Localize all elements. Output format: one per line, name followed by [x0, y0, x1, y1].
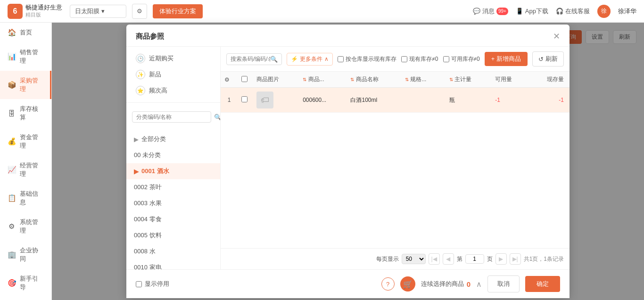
select-all-checkbox[interactable] [241, 76, 248, 82]
next-page-button[interactable]: ▶ [495, 253, 507, 265]
first-page-button[interactable]: |◀ [429, 253, 440, 265]
warehouse-checkbox-label[interactable]: 按仓库显示现有库存 [338, 55, 396, 63]
modal-title: 商品参照 [136, 32, 164, 41]
available-ne0-checkbox[interactable] [401, 56, 407, 62]
usable-ne0-checkbox-label[interactable]: 可用库存≠0 [443, 55, 480, 63]
new-product-item[interactable]: ✨ 新品 [132, 67, 215, 83]
category-0008-label: 0008 水 [134, 247, 156, 256]
right-panel: 🔍 ⚡ 更多条件 ∧ 按仓库显示现有库存 [221, 47, 570, 269]
search-orange-icon: 🔍 [270, 56, 278, 63]
category-search-icon[interactable]: 🔍 [214, 114, 221, 121]
inventory-icon: 🗄 [8, 109, 16, 117]
page-size-select[interactable]: 50 20 100 [402, 254, 426, 264]
app-download-btn[interactable]: 📱 App下载 [516, 7, 548, 16]
row-available: -1 [491, 88, 529, 113]
last-page-button[interactable]: ▶| [510, 253, 521, 265]
product-image: 🏷 [256, 92, 273, 108]
col-code-header[interactable]: ⇅ 商品... [299, 72, 347, 88]
col-spec-header[interactable]: ⇅ 规格... [401, 72, 446, 88]
frequent-item[interactable]: ⭐ 频次高 [132, 83, 215, 99]
table-header-row: ⚙ 商品图片 [221, 72, 570, 88]
sidebar-item-business[interactable]: 📈 经营管理 [0, 156, 51, 184]
experience-button[interactable]: 体验行业方案 [153, 4, 203, 18]
prev-page-button[interactable]: ◀ [443, 253, 454, 265]
chevron-up-icon: ∧ [324, 56, 329, 62]
row-select-checkbox[interactable] [241, 96, 248, 102]
sidebar-item-finance[interactable]: 💰 资金管理 [0, 127, 51, 156]
category-0002[interactable]: 0002 茶叶 [126, 179, 220, 195]
more-filter-button[interactable]: ⚡ 更多条件 ∧ [287, 53, 333, 66]
business-icon: 📈 [8, 166, 16, 174]
sidebar-item-enterprise[interactable]: 🏢 企业协同 [0, 241, 51, 269]
sidebar-item-apps[interactable]: 📱 应用中心 [0, 297, 51, 300]
page-number-input[interactable] [465, 254, 484, 264]
settings-icon-btn[interactable]: ⚙ [132, 4, 147, 19]
confirm-button[interactable]: 确定 [525, 276, 560, 292]
help-button[interactable]: ? [381, 277, 395, 291]
product-table-container: ⚙ 商品图片 [221, 72, 570, 248]
category-0003[interactable]: 0003 水果 [126, 195, 220, 211]
sidebar-label-inventory: 库存核算 [20, 105, 44, 122]
sidebar-item-inventory[interactable]: 🗄 库存核算 [0, 99, 51, 127]
display-stopped-checkbox[interactable] [136, 281, 142, 287]
column-settings-icon[interactable]: ⚙ [224, 76, 230, 83]
gear-icon: ⚙ [137, 8, 142, 15]
refresh-button[interactable]: ↺ 刷新 [532, 51, 564, 67]
enterprise-icon: 🏢 [8, 250, 16, 259]
arrow-active-icon: ▶ [134, 168, 139, 175]
row-seq: 1 [221, 88, 238, 113]
warehouse-checkbox[interactable] [338, 56, 344, 62]
sidebar-item-home[interactable]: 🏠 首页 [0, 23, 51, 42]
col-name-header[interactable]: ⇅ 商品名称 [347, 72, 401, 88]
add-product-button[interactable]: + 新增商品 [485, 52, 528, 66]
sidebar-item-system[interactable]: ⚙ 系统管理 [0, 212, 51, 241]
edition-label: 精目版 [25, 11, 62, 18]
continuous-text: 连续选择的商品 [421, 280, 464, 288]
collapse-footer-button[interactable]: ∧ [476, 280, 482, 289]
category-0004[interactable]: 0004 零食 [126, 211, 220, 227]
product-search-input[interactable] [231, 56, 270, 62]
nav-dropdown[interactable]: 日太阳膜 ▾ [70, 5, 126, 18]
avatar[interactable]: 徐 [597, 5, 611, 18]
message-btn[interactable]: 💬 消息 99+ [473, 7, 508, 16]
cancel-button[interactable]: 取消 [487, 275, 520, 292]
recent-purchase-item[interactable]: 🕒 近期购买 [132, 50, 215, 67]
company-name: 畅捷通好生意 [25, 4, 62, 11]
table-row[interactable]: 1 🏷 [221, 88, 570, 113]
sidebar-item-purchase[interactable]: 📦 采购管理 [0, 71, 51, 99]
product-search-bar[interactable]: 🔍 [226, 53, 282, 65]
usable-ne0-text: 可用库存≠0 [451, 55, 480, 63]
online-service-btn[interactable]: 🎧 在线客服 [556, 7, 590, 16]
page-size-label: 每页显示 [376, 255, 399, 263]
category-0001-label: 0001 酒水 [141, 167, 169, 175]
col-settings[interactable]: ⚙ [221, 72, 238, 88]
system-icon: ⚙ [8, 222, 16, 231]
col-unit-header[interactable]: ⇅ 主计量 [446, 72, 491, 88]
shopping-cart-icon: 🛒 [403, 280, 413, 289]
category-00[interactable]: 00 未分类 [126, 147, 220, 163]
category-0010[interactable]: 0010 家电 [126, 259, 220, 269]
category-search-input[interactable] [132, 111, 211, 123]
sidebar-label-finance: 资金管理 [20, 133, 44, 150]
sidebar-item-sales[interactable]: 📊 销售管理 [0, 42, 51, 71]
filter-label: 更多条件 [300, 55, 322, 63]
sidebar-item-basic[interactable]: 📋 基础信息 [0, 184, 51, 212]
category-0008[interactable]: 0008 水 [126, 243, 220, 259]
usable-ne0-checkbox[interactable] [443, 56, 449, 62]
available-ne0-checkbox-label[interactable]: 现有库存≠0 [401, 55, 438, 63]
category-search-row: 🔍 [126, 108, 221, 126]
cart-icon-button[interactable]: 🛒 [400, 276, 415, 292]
category-0005[interactable]: 0005 饮料 [126, 227, 220, 243]
row-img: 🏷 [253, 88, 299, 113]
category-all[interactable]: ▶ 全部分类 [126, 131, 220, 147]
modal-close-button[interactable]: ✕ [553, 31, 560, 42]
sidebar-item-guide[interactable]: 🎯 新手引导 [0, 269, 51, 297]
continuous-selection-label: 连续选择的商品 0 [421, 280, 471, 288]
sales-icon: 📊 [8, 52, 16, 61]
row-checkbox[interactable] [238, 88, 253, 113]
category-0001[interactable]: ▶ 0001 酒水 [126, 163, 220, 179]
purchase-icon: 📦 [8, 81, 16, 89]
sidebar-label-enterprise: 企业协同 [20, 246, 44, 263]
modal-body: 🕒 近期购买 ✨ 新品 ⭐ 频次高 [126, 47, 570, 269]
row-spec [401, 88, 446, 113]
